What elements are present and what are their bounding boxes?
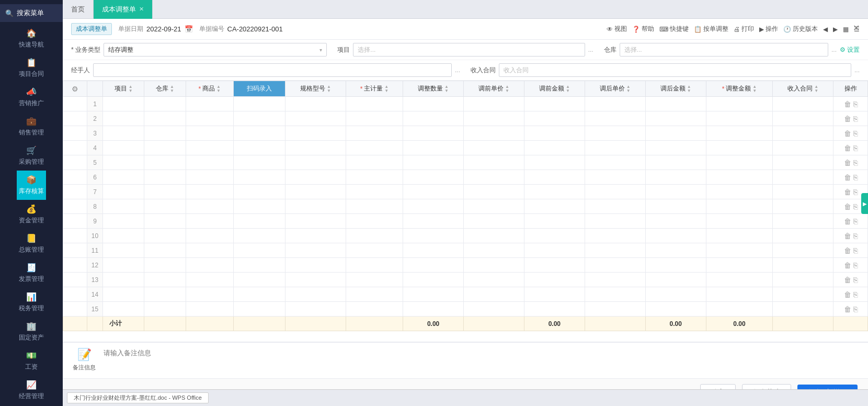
cell-spec-4[interactable] (285, 141, 346, 155)
cell-income_contract-13[interactable] (773, 273, 833, 287)
cell-scan_input-12[interactable] (233, 258, 285, 273)
cell-before_price-5[interactable] (464, 155, 524, 170)
copy-btn-13[interactable]: ⎘ (853, 276, 858, 284)
cell-after_amount-1[interactable] (645, 97, 706, 111)
cell-income_contract-10[interactable] (773, 229, 833, 243)
cell-adjust_amount-8[interactable] (706, 199, 773, 214)
cell-before_amount-11[interactable] (524, 243, 585, 258)
cell-project-9[interactable] (103, 214, 144, 229)
cell-scan_input-4[interactable] (233, 141, 285, 155)
cell-after_amount-7[interactable] (645, 185, 706, 199)
col-header-spec[interactable]: 规格型号▲▼ (285, 81, 346, 97)
cell-income_contract-12[interactable] (773, 258, 833, 273)
action-batch-edit[interactable]: 📋按单调整 (694, 25, 728, 33)
action-print[interactable]: 🖨打印 (734, 25, 754, 33)
cell-before_amount-10[interactable] (524, 229, 585, 243)
cell-before_amount-13[interactable] (524, 273, 585, 287)
cell-after_price-1[interactable] (585, 97, 645, 111)
cell-adjust_amount-10[interactable] (706, 229, 773, 243)
cell-before_amount-4[interactable] (524, 141, 585, 155)
cell-adjust_amount-13[interactable] (706, 273, 773, 287)
cell-before_price-3[interactable] (464, 126, 524, 141)
sidebar-item-fixed-assets[interactable]: 🏢固定资产 (17, 317, 46, 346)
side-expand-button[interactable]: ▶ (861, 193, 868, 214)
cell-goods-5[interactable] (186, 155, 233, 170)
cell-scan_input-6[interactable] (233, 170, 285, 185)
delete-btn-4[interactable]: 🗑 (844, 144, 851, 152)
cell-goods-6[interactable] (186, 170, 233, 185)
cell-after_amount-5[interactable] (645, 155, 706, 170)
col-header-after_amount[interactable]: 调后金额▲▼ (645, 81, 706, 97)
cell-before_price-10[interactable] (464, 229, 524, 243)
cell-adjust_qty-6[interactable] (403, 170, 464, 185)
cell-warehouse-14[interactable] (144, 287, 186, 302)
cell-before_price-12[interactable] (464, 258, 524, 273)
cell-before_price-6[interactable] (464, 170, 524, 185)
cell-unit-11[interactable] (346, 243, 403, 258)
table-settings-icon[interactable]: ⚙ (72, 85, 78, 93)
project-dots[interactable]: ... (588, 46, 593, 53)
cell-adjust_amount-4[interactable] (706, 141, 773, 155)
cell-unit-3[interactable] (346, 126, 403, 141)
copy-btn-4[interactable]: ⎘ (853, 144, 858, 152)
delete-btn-10[interactable]: 🗑 (844, 232, 851, 240)
cell-after_amount-13[interactable] (645, 273, 706, 287)
cell-goods-12[interactable] (186, 258, 233, 273)
cell-adjust_qty-9[interactable] (403, 214, 464, 229)
tab-home[interactable]: 首页 (63, 0, 94, 19)
cell-after_price-4[interactable] (585, 141, 645, 155)
cell-after_price-13[interactable] (585, 273, 645, 287)
cell-adjust_qty-5[interactable] (403, 155, 464, 170)
project-value[interactable]: 选择... (353, 43, 585, 57)
action-operations[interactable]: ▶操作 (759, 25, 778, 33)
delete-btn-6[interactable]: 🗑 (844, 173, 851, 182)
cell-adjust_amount-1[interactable] (706, 97, 773, 111)
cell-unit-2[interactable] (346, 111, 403, 126)
delete-btn-2[interactable]: 🗑 (844, 115, 851, 123)
sort-icon-warehouse[interactable]: ▲▼ (170, 85, 174, 93)
cell-spec-9[interactable] (285, 214, 346, 229)
cell-before_amount-3[interactable] (524, 126, 585, 141)
cell-after_price-7[interactable] (585, 185, 645, 199)
cell-spec-6[interactable] (285, 170, 346, 185)
delete-btn-14[interactable]: 🗑 (844, 290, 851, 299)
cell-unit-13[interactable] (346, 273, 403, 287)
copy-btn-3[interactable]: ⎘ (853, 129, 858, 138)
taskbar-item[interactable]: 木门行业好业财处理方案-墨红红.doc - WPS Office (67, 392, 209, 403)
cell-before_amount-9[interactable] (524, 214, 585, 229)
cell-unit-15[interactable] (346, 302, 403, 317)
cell-after_price-2[interactable] (585, 111, 645, 126)
cell-scan_input-7[interactable] (233, 185, 285, 199)
cell-adjust_qty-4[interactable] (403, 141, 464, 155)
cell-income_contract-7[interactable] (773, 185, 833, 199)
settings-btn[interactable]: ⚙ 设置 (840, 46, 860, 54)
cell-after_price-15[interactable] (585, 302, 645, 317)
cell-goods-9[interactable] (186, 214, 233, 229)
cell-project-4[interactable] (103, 141, 144, 155)
col-header-project[interactable]: 项目▲▼ (103, 81, 144, 97)
cell-after_price-8[interactable] (585, 199, 645, 214)
cell-warehouse-11[interactable] (144, 243, 186, 258)
close-icon[interactable]: ✕ (853, 23, 860, 33)
cell-after_price-9[interactable] (585, 214, 645, 229)
cell-goods-10[interactable] (186, 229, 233, 243)
sidebar-item-payroll[interactable]: 💵工资 (17, 346, 46, 376)
cell-adjust_amount-12[interactable] (706, 258, 773, 273)
cell-after_amount-12[interactable] (645, 258, 706, 273)
action-view[interactable]: 👁视图 (607, 25, 627, 33)
date-calendar-icon[interactable]: 📅 (185, 25, 193, 33)
cell-project-10[interactable] (103, 229, 144, 243)
col-header-goods[interactable]: *商品▲▼ (186, 81, 233, 97)
cell-adjust_amount-3[interactable] (706, 126, 773, 141)
cell-after_amount-4[interactable] (645, 141, 706, 155)
cell-unit-7[interactable] (346, 185, 403, 199)
cell-adjust_amount-7[interactable] (706, 185, 773, 199)
cell-after_amount-9[interactable] (645, 214, 706, 229)
cell-after_price-6[interactable] (585, 170, 645, 185)
sort-icon-adjust_qty[interactable]: ▲▼ (444, 85, 449, 93)
cell-before_price-14[interactable] (464, 287, 524, 302)
col-header-unit[interactable]: *主计量▲▼ (346, 81, 403, 97)
cell-before_amount-6[interactable] (524, 170, 585, 185)
cell-income_contract-2[interactable] (773, 111, 833, 126)
action-nav-next[interactable]: ▶ (833, 26, 838, 33)
